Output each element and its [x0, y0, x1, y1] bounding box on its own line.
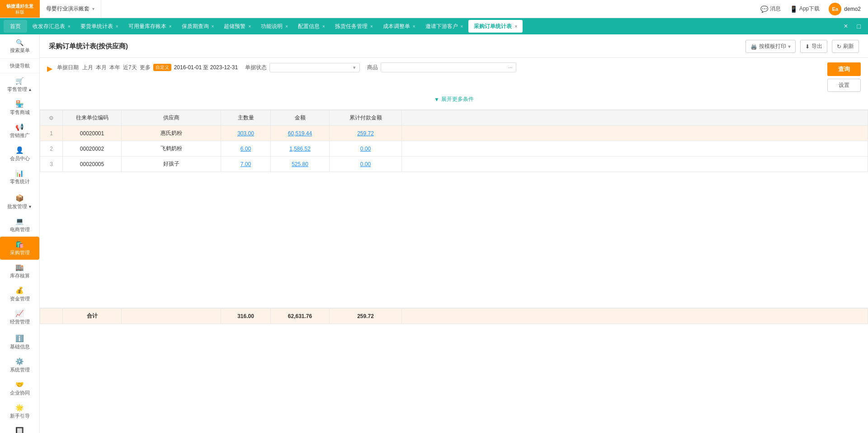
tab-purchase-stats[interactable]: 采购订单统计表 ×	[468, 20, 523, 33]
sidebar-item-finance-mgmt[interactable]: 💰 资金管理	[0, 283, 39, 306]
tab-available-stock-close[interactable]: ×	[169, 24, 172, 29]
tab-func-desc[interactable]: 功能说明 ×	[256, 20, 292, 33]
chevron-down-icon: ▲	[28, 87, 32, 92]
col-qty-header: 主数量	[221, 110, 271, 126]
sidebar-item-retail-mgmt[interactable]: 🛒 零售管理 ▲	[0, 73, 39, 96]
user-profile[interactable]: Ea demo2	[829, 3, 861, 15]
print-btn[interactable]: 🖨️ 按模板打印 ▾	[745, 40, 796, 53]
sidebar-item-enterprise-collab[interactable]: 🤝 企业协同	[0, 377, 39, 400]
date-opt-7days[interactable]: 近7天	[123, 64, 137, 71]
status-dropdown-icon: ▾	[353, 65, 356, 71]
tab-available-stock[interactable]: 可用量库存账本 ×	[124, 20, 176, 33]
filter-area: ▶ 单据日期 上月 本月 本年 近7天 更多	[40, 58, 868, 110]
tab-purchase-stats-close[interactable]: ×	[514, 24, 517, 29]
sidebar-item-member-center[interactable]: 👤 会员中心	[0, 143, 39, 166]
workspace-dropdown-icon: ▾	[92, 6, 94, 11]
tab-receive-summary[interactable]: 收发存汇总表 ×	[28, 20, 75, 33]
tab-home[interactable]: 首页	[4, 20, 27, 33]
filter-toggle-btn[interactable]: ▶	[47, 64, 52, 73]
sidebar-item-stock-check[interactable]: 🏬 库存核算	[0, 260, 39, 283]
expand-more-btn[interactable]: ▼ 展开更多条件	[47, 94, 861, 105]
goods-more-icon[interactable]: ···	[508, 65, 512, 70]
row-paid[interactable]: 0.00	[330, 157, 402, 172]
tab-overstock[interactable]: 超储预警 ×	[219, 20, 255, 33]
quick-nav-btn[interactable]: 快捷导航	[0, 59, 39, 73]
message-label: 消息	[770, 5, 781, 13]
tab-order-summary-close[interactable]: ×	[116, 24, 118, 29]
close-window-btn[interactable]: ×	[840, 21, 851, 31]
row-amount[interactable]: 60,519.44	[271, 126, 330, 141]
tab-order-summary[interactable]: 要货单统计表 ×	[76, 20, 123, 33]
refresh-icon: ↻	[837, 43, 841, 50]
goods-filter: 商品 ···	[367, 62, 516, 72]
tab-invite-downstream[interactable]: 邀请下游客户 ×	[421, 20, 468, 33]
sidebar-item-retail-stats[interactable]: 📊 零售统计	[0, 166, 39, 189]
tab-expiry-query-close[interactable]: ×	[212, 24, 214, 29]
enterprise-collab-icon: 🤝	[15, 381, 24, 389]
tab-invite-downstream-close[interactable]: ×	[461, 24, 463, 29]
table-row: 3 00020005 好孩子 7.00 525.80 0.00	[40, 157, 868, 172]
goods-label: 商品	[367, 64, 378, 71]
workspace-selector[interactable]: 母婴行业演示账套 ▾	[40, 0, 101, 18]
tab-home-label: 首页	[10, 23, 21, 30]
nav-tabs-bar: 首页 收发存汇总表 × 要货单统计表 × 可用量库存账本 × 保质期查询 × 超…	[0, 18, 868, 34]
tab-func-desc-close[interactable]: ×	[285, 24, 288, 29]
goods-input[interactable]	[385, 64, 508, 71]
date-opt-more[interactable]: 更多	[140, 64, 151, 71]
sidebar-item-ops-mgmt[interactable]: 📈 经营管理	[0, 306, 39, 329]
settings-icon[interactable]: ⚙	[49, 115, 54, 121]
date-filter: 单据日期 上月 本月 本年 近7天 更多 自定义 2016-01-01 至 20…	[57, 64, 238, 71]
col-supplier-header: 供应商	[122, 110, 221, 126]
status-select[interactable]: ▾	[269, 63, 360, 72]
row-code: 00020001	[63, 126, 122, 141]
query-btn[interactable]: 查询	[827, 62, 861, 76]
row-paid[interactable]: 0.00	[330, 141, 402, 157]
tab-config-info[interactable]: 配置信息 ×	[293, 20, 330, 33]
sidebar-item-sys-mgmt[interactable]: ⚙️ 系统管理	[0, 354, 39, 377]
row-amount[interactable]: 1,586.52	[271, 141, 330, 157]
tab-picking-task[interactable]: 拣货任务管理 ×	[330, 20, 377, 33]
tab-cost-adjust-close[interactable]: ×	[413, 24, 415, 29]
tab-invite-downstream-label: 邀请下游客户	[425, 23, 458, 30]
row-qty[interactable]: 303.00	[221, 126, 271, 141]
tab-receive-summary-close[interactable]: ×	[68, 24, 71, 29]
sidebar-item-app-center[interactable]: 🔲 应用中心	[0, 423, 39, 433]
tab-func-desc-label: 功能说明	[261, 23, 283, 30]
sidebar-item-retail-shop[interactable]: 🏪 零售商城	[0, 96, 39, 119]
avatar-initials: Ea	[832, 6, 838, 12]
sidebar-item-ecommerce[interactable]: 💻 电商管理	[0, 214, 39, 237]
sidebar-item-marketing[interactable]: 📢 营销推广	[0, 119, 39, 143]
col-amount-header: 金额	[271, 110, 330, 126]
tab-expiry-query[interactable]: 保质期查询 ×	[177, 20, 219, 33]
date-opt-this-year[interactable]: 本年	[109, 64, 120, 71]
tab-cost-adjust[interactable]: 成本调整单 ×	[378, 20, 420, 33]
row-qty[interactable]: 7.00	[221, 157, 271, 172]
date-opt-last-month[interactable]: 上月	[82, 64, 93, 71]
sidebar-item-wholesale-mgmt[interactable]: 📦 批发管理 ▼	[0, 190, 39, 214]
sidebar-item-new-guide[interactable]: 🌟 新手引导	[0, 400, 39, 423]
app-download-btn[interactable]: 📱 App下载	[790, 5, 820, 13]
date-opt-this-month[interactable]: 本月	[96, 64, 107, 71]
row-qty[interactable]: 6.00	[221, 141, 271, 157]
tab-picking-task-close[interactable]: ×	[370, 24, 373, 29]
refresh-btn[interactable]: ↻ 刷新	[832, 40, 859, 53]
member-icon: 👤	[15, 146, 24, 154]
col-settings[interactable]: ⚙	[40, 110, 63, 126]
export-btn[interactable]: ⬇ 导出	[800, 40, 827, 53]
sidebar: 🔍 搜索菜单 快捷导航 🛒 零售管理 ▲ 🏪 零售商城 📢 营销推广 👤 会员中…	[0, 34, 40, 433]
tab-config-info-close[interactable]: ×	[322, 24, 325, 29]
footer-rest	[402, 309, 868, 324]
sidebar-item-purchase-mgmt[interactable]: 🛍️ 采购管理	[0, 237, 39, 260]
search-menu-btn[interactable]: 🔍 搜索菜单	[0, 34, 39, 59]
tab-overstock-close[interactable]: ×	[248, 24, 251, 29]
custom-date-badge: 自定义	[153, 64, 171, 71]
setting-btn[interactable]: 设置	[827, 79, 861, 92]
message-btn[interactable]: 💬 消息	[760, 5, 781, 13]
maximize-window-btn[interactable]: □	[854, 22, 864, 31]
row-amount[interactable]: 525.80	[271, 157, 330, 172]
row-paid[interactable]: 259.72	[330, 126, 402, 141]
row-code: 00020005	[63, 157, 122, 172]
sidebar-item-basic-info[interactable]: ℹ️ 基础信息	[0, 331, 39, 354]
tab-expiry-query-label: 保质期查询	[182, 23, 209, 30]
page-header: 采购订单统计表(按供应商) 🖨️ 按模板打印 ▾ ⬇ 导出 ↻ 刷新	[40, 34, 868, 58]
